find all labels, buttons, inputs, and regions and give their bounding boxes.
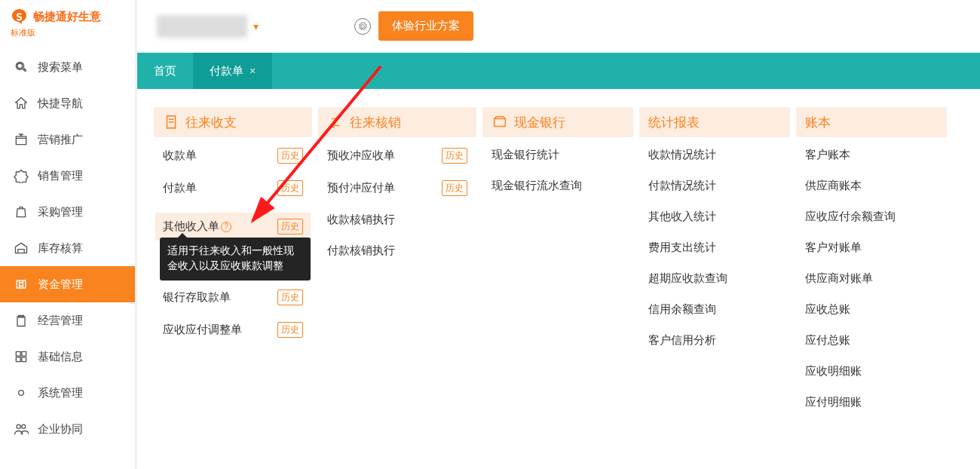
sidebar-item-label: 资金管理 [38,277,83,292]
history-badge[interactable]: 历史 [277,322,303,338]
sidebar-item-1[interactable]: 快捷导航 [0,85,135,121]
grid-icon [14,349,29,364]
history-badge[interactable]: 历史 [277,290,303,305]
sale-icon [14,168,29,183]
sidebar-item-label: 营销推广 [38,133,83,147]
sidebar-item-label: 销售管理 [38,169,83,183]
section-item-label: 预付冲应付单 [327,181,395,195]
section-item[interactable]: 客户账本 [798,148,945,162]
sidebar-item-9[interactable]: 系统管理 [0,375,135,411]
tab-1[interactable]: 付款单× [193,53,272,89]
section-item[interactable]: 现金银行流水查询 [484,179,632,193]
settings-icon[interactable] [354,18,371,35]
sidebar-item-10[interactable]: 企业协同 [0,411,135,447]
section-item-label: 收款单 [163,149,197,163]
section-item[interactable]: 其他收入单?历史 [155,213,311,241]
sidebar-item-6[interactable]: 资金管理 [0,266,135,302]
history-badge[interactable]: 历史 [442,180,467,196]
org-selector[interactable]: ▾ [151,11,347,41]
section-item-label: 应收明细账 [805,364,862,379]
section-4: 账本客户账本供应商账本应收应付余额查询客户对账单供应商对账单应收总账应付总账应收… [796,107,947,409]
sidebar-item-8[interactable]: 基础信息 [0,339,135,375]
history-badge[interactable]: 历史 [277,148,303,164]
sidebar-item-0[interactable]: 搜索菜单 [0,49,135,85]
section-item[interactable]: 供应商对账单 [798,271,945,286]
section-item[interactable]: 客户信用分析 [641,333,789,348]
history-badge[interactable]: 历史 [277,180,303,196]
section-item[interactable]: 付款情况统计 [641,179,789,193]
section-item[interactable]: 收款核销执行 [320,213,475,227]
section-item[interactable]: 其他收入统计 [641,210,789,224]
experience-button[interactable]: 体验行业方案 [378,11,473,41]
money-icon [14,277,29,292]
warehouse-icon [14,241,29,256]
team-icon [14,421,29,437]
section-item[interactable]: 收款情况统计 [641,148,789,162]
section-item-label: 供应商对账单 [805,271,873,286]
section-2: 现金银行现金银行统计现金银行流水查询 [482,107,633,409]
section-item-label: 收款情况统计 [648,148,716,162]
section-header: 账本 [796,107,947,137]
section-item[interactable]: 超期应收款查询 [641,271,789,286]
sidebar: 畅捷通好生意 标准版 搜索菜单快捷导航营销推广销售管理采购管理库存核算资金管理经… [0,0,136,469]
section-item-label: 收款核销执行 [327,213,395,227]
clipboard-icon [14,313,29,328]
section-item-label: 付款核销执行 [327,244,395,258]
history-badge[interactable]: 历史 [442,148,467,164]
section-item[interactable]: 银行存取款单历史 [155,290,311,305]
section-item[interactable]: 应收总账 [798,302,945,317]
section-item-label: 费用支出单 [163,258,219,272]
content: 往来收支收款单历史付款单历史其他收入单?历史费用支出单历史银行存取款单历史应收应… [137,89,980,469]
tab-label: 付款单 [210,64,243,78]
sidebar-item-2[interactable]: 营销推广 [0,121,135,158]
sidebar-item-3[interactable]: 销售管理 [0,158,135,194]
section-list: 收款单历史付款单历史其他收入单?历史费用支出单历史银行存取款单历史应收应付调整单… [154,137,312,338]
wallet-icon [492,114,508,130]
close-icon[interactable]: × [250,65,256,77]
section-0: 往来收支收款单历史付款单历史其他收入单?历史费用支出单历史银行存取款单历史应收应… [154,107,312,409]
section-item[interactable]: 费用支出统计 [641,241,789,255]
section-title: 往来核销 [350,114,401,131]
section-title: 现金银行 [514,114,565,131]
section-item-label: 应付明细账 [805,395,862,409]
sidebar-item-label: 基础信息 [38,350,83,364]
sidebar-item-5[interactable]: 库存核算 [0,230,135,266]
section-item[interactable]: 信用余额查询 [641,302,789,317]
section-item[interactable]: 收款单历史 [155,148,311,164]
history-badge[interactable]: 历史 [277,219,303,234]
tabset: 首页付款单× [137,53,980,89]
search-icon [14,60,29,75]
section-item-label: 客户信用分析 [648,333,716,348]
history-badge[interactable]: 历史 [277,257,303,273]
section-item[interactable]: 应付总账 [798,333,945,348]
section-item[interactable]: 现金银行统计 [484,148,632,162]
sidebar-item-4[interactable]: 采购管理 [0,194,135,230]
section-item[interactable]: 应收应付调整单历史 [155,322,311,338]
section-item[interactable]: 客户对账单 [798,241,945,255]
section-item[interactable]: 应收明细账 [798,364,945,379]
section-item-label: 超期应收款查询 [648,271,727,286]
section-title: 账本 [805,114,831,131]
topbar: ▾ 体验行业方案 [137,0,980,53]
help-icon[interactable]: ? [221,222,231,232]
chevron-down-icon: ▾ [253,20,259,32]
sidebar-item-7[interactable]: 经营管理 [0,302,135,339]
section-item[interactable]: 费用支出单历史 [155,257,311,273]
section-item[interactable]: 供应商账本 [798,179,945,193]
org-name-redacted [157,15,247,38]
section-item-label: 付款情况统计 [648,179,716,193]
tab-0[interactable]: 首页 [137,53,193,89]
section-item-label: 现金银行流水查询 [492,179,582,193]
tab-label: 首页 [154,64,176,78]
section-item[interactable]: 付款核销执行 [320,244,475,258]
section-item[interactable]: 预收冲应收单历史 [320,148,475,164]
section-item-label: 现金银行统计 [492,148,559,162]
gear-icon [14,385,29,400]
section-item[interactable]: 预付冲应付单历史 [320,180,475,196]
section-item-label: 预收冲应收单 [327,149,395,163]
section-item-label: 客户对账单 [805,241,862,255]
section-item[interactable]: 应付明细账 [798,395,945,409]
section-item[interactable]: 付款单历史 [155,180,311,196]
section-item[interactable]: 应收应付余额查询 [798,210,945,224]
bag-icon [14,204,29,219]
